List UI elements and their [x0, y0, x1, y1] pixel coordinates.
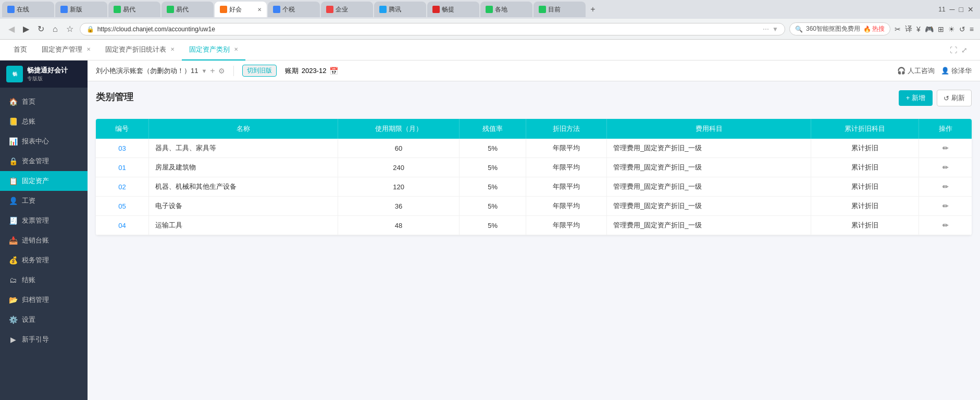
cell-accumulated-0: 累计折旧	[811, 139, 919, 158]
edit-icon-1[interactable]: ✏	[942, 163, 949, 172]
sidebar-item-payroll[interactable]: 👤 工资	[0, 191, 88, 211]
url-input[interactable]: 🔒 https://cloud.chanjet.com/accounting/u…	[80, 23, 785, 35]
cell-expense-2: 管理费用_固定资产折旧_一级	[606, 177, 811, 197]
fullscreen-icon[interactable]: ⛶	[950, 46, 957, 54]
hot-label: 热搜	[872, 25, 885, 33]
app-tab-fixed-assets-mgmt-label: 固定资产管理	[42, 45, 82, 54]
sidebar-item-home[interactable]: 🏠 首页	[0, 92, 88, 112]
edit-icon-0[interactable]: ✏	[942, 144, 949, 152]
sidebar-item-guide-label: 新手引导	[22, 335, 49, 344]
edit-icon-3[interactable]: ✏	[942, 202, 949, 210]
cell-action-3[interactable]: ✏	[919, 197, 972, 216]
browser-tab-geshui[interactable]: 个税	[268, 2, 320, 17]
add-account-icon[interactable]: +	[210, 66, 215, 76]
dropdown-arrow-icon[interactable]: ▼	[772, 26, 778, 33]
search-icon: 🔍	[795, 26, 803, 33]
maximize-icon[interactable]: □	[959, 5, 963, 14]
cell-residual-0: 5%	[459, 139, 526, 158]
browser-tab-gedi[interactable]: 各地	[480, 2, 532, 17]
cell-months-2: 120	[338, 177, 460, 197]
search-box[interactable]: 🔍 360智能抠图免费用 🔥 热搜	[789, 22, 890, 35]
refresh-browser-button[interactable]: ↻	[35, 23, 46, 35]
sidebar-item-invoices[interactable]: 🧾 发票管理	[0, 211, 88, 231]
new-tab-button[interactable]: +	[587, 3, 599, 16]
close-window-icon[interactable]: ✕	[967, 5, 974, 14]
sidebar-item-archive[interactable]: 📂 归档管理	[0, 290, 88, 310]
cell-action-1[interactable]: ✏	[919, 158, 972, 177]
sidebar-item-tax-label: 税务管理	[22, 256, 49, 265]
translate-icon[interactable]: 译	[905, 25, 912, 34]
tax-nav-icon: 💰	[8, 256, 18, 265]
sidebar-item-settings[interactable]: ⚙️ 设置	[0, 310, 88, 330]
sidebar-item-funds[interactable]: 🔒 资金管理	[0, 151, 88, 171]
user-button[interactable]: 👤 徐泽华	[941, 66, 972, 76]
sidebar-item-funds-label: 资金管理	[22, 156, 49, 166]
add-button[interactable]: + 新增	[899, 90, 933, 106]
table-row: 02 机器、机械和其他生产设备 120 5% 年限平均 管理费用_固定资产折旧_…	[96, 177, 972, 197]
scissors-icon[interactable]: ✂	[895, 25, 901, 33]
fire-icon: 🔥	[863, 26, 871, 33]
sidebar-item-guide[interactable]: ▶ 新手引导	[0, 330, 88, 349]
sidebar-item-reports[interactable]: 📊 报表中心	[0, 131, 88, 151]
sidebar-item-settings-label: 设置	[22, 315, 35, 324]
menu-icon[interactable]: ≡	[970, 25, 974, 33]
tab-controls: 11 ─ □ ✕	[938, 5, 978, 14]
edit-icon-2[interactable]: ✏	[942, 183, 949, 191]
browser-tab-online[interactable]: 在线	[2, 2, 54, 17]
app-tab-home[interactable]: 首页	[6, 40, 34, 60]
sidebar: 畅 畅捷通好会计 专版版 🏠 首页 📒 总账 📊	[0, 60, 88, 400]
sun-icon[interactable]: ☀	[948, 25, 955, 33]
th-action: 操作	[919, 119, 972, 139]
ledger-nav-icon: 📒	[8, 117, 18, 126]
expand-icon[interactable]: ⤢	[961, 46, 967, 54]
site-info-icon[interactable]: ⋯	[763, 26, 769, 33]
history-icon[interactable]: ↺	[959, 25, 965, 33]
sidebar-item-fixed-assets[interactable]: 📋 固定资产	[0, 171, 88, 191]
sidebar-item-tax[interactable]: 💰 税务管理	[0, 250, 88, 270]
sidebar-item-ledger[interactable]: 📒 总账	[0, 112, 88, 131]
game-icon[interactable]: 🎮	[925, 25, 934, 33]
minimize-icon[interactable]: ─	[950, 5, 955, 14]
browser-tab-haohui[interactable]: 好会 ✕	[215, 2, 267, 17]
cell-residual-1: 5%	[459, 158, 526, 177]
user-avatar-icon: 👤	[941, 67, 949, 75]
sidebar-item-purchase-sales[interactable]: 📥 进销台账	[0, 231, 88, 250]
home-button[interactable]: ⌂	[51, 23, 60, 35]
switch-version-button[interactable]: 切到旧版	[242, 65, 277, 77]
close-depreciation-table[interactable]: ✕	[170, 46, 175, 52]
tab-count-badge: 11	[938, 6, 945, 13]
sidebar-nav: 🏠 首页 📒 总账 📊 报表中心 🔒 资金管理 📋 固定资产	[0, 88, 88, 400]
sidebar-item-closing[interactable]: 🗂 结账	[0, 270, 88, 290]
bookmark-button[interactable]: ☆	[64, 23, 76, 35]
grid-icon[interactable]: ⊞	[938, 25, 944, 33]
yuan-icon[interactable]: ¥	[916, 25, 921, 33]
th-name: 名称	[148, 119, 338, 139]
close-category[interactable]: ✕	[234, 46, 238, 52]
cell-action-0[interactable]: ✏	[919, 139, 972, 158]
dropdown-icon[interactable]: ▼	[201, 68, 207, 74]
app-tab-fixed-assets-mgmt[interactable]: 固定资产管理 ✕	[34, 40, 98, 60]
browser-tab-changtui[interactable]: 畅提	[427, 2, 479, 17]
tab-close-haohui[interactable]: ✕	[257, 7, 262, 13]
help-button[interactable]: 🎧 人工咨询	[897, 66, 935, 76]
refresh-button[interactable]: ↺ 刷新	[937, 90, 972, 106]
app-tab-depreciation-table[interactable]: 固定资产折旧统计表 ✕	[98, 40, 182, 60]
edit-icon-4[interactable]: ✏	[942, 221, 949, 229]
browser-tab-new[interactable]: 新版	[55, 2, 107, 17]
app-tab-category[interactable]: 固定资产类别 ✕	[182, 40, 245, 60]
calendar-icon[interactable]: 📅	[329, 67, 338, 75]
browser-tab-yidai1[interactable]: 易代	[108, 2, 160, 17]
forward-button[interactable]: ▶	[21, 23, 31, 35]
cell-action-4[interactable]: ✏	[919, 216, 972, 235]
back-button[interactable]: ◀	[6, 23, 17, 35]
cell-months-0: 60	[338, 139, 460, 158]
cell-expense-1: 管理费用_固定资产折旧_一级	[606, 158, 811, 177]
browser-tab-tengxun[interactable]: 腾讯	[374, 2, 426, 17]
close-fixed-assets-mgmt[interactable]: ✕	[86, 46, 91, 52]
settings-account-icon[interactable]: ⚙	[218, 67, 225, 75]
home-nav-icon: 🏠	[8, 97, 18, 106]
browser-tab-muqian[interactable]: 目前	[534, 2, 586, 17]
browser-tab-yidai2[interactable]: 易代	[162, 2, 214, 17]
browser-tab-qiye[interactable]: 企业	[321, 2, 373, 17]
cell-action-2[interactable]: ✏	[919, 177, 972, 197]
